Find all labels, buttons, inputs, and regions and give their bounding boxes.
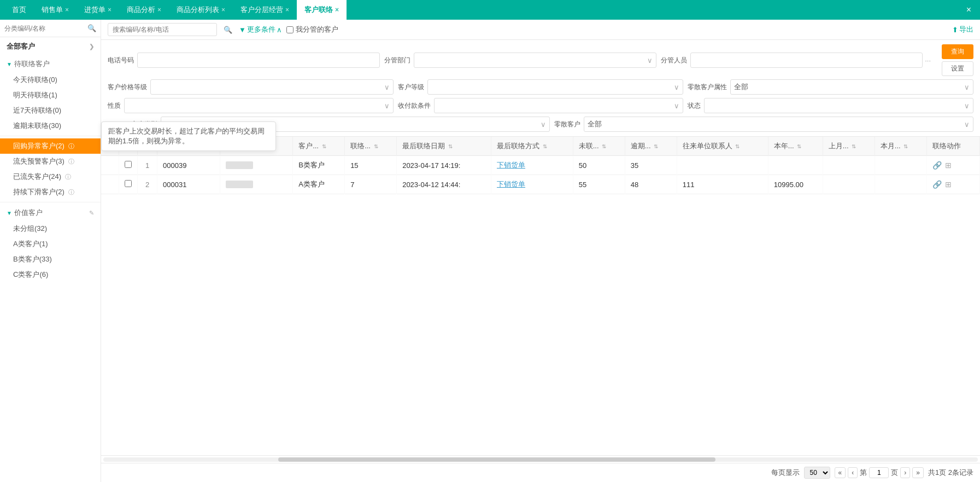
sidebar-item-7days[interactable]: 近7天待联络(0) <box>0 103 101 118</box>
nav-sales-close[interactable]: × <box>65 6 69 14</box>
row2-link-icon[interactable]: 🔗 <box>932 180 942 189</box>
price-level-arrow: ∨ <box>384 83 390 91</box>
nav-purchase-close[interactable]: × <box>108 6 112 14</box>
all-customers-header[interactable]: 全部客户 ❯ <box>0 37 101 56</box>
sidebar-item-ungroup[interactable]: 未分组(32) <box>0 221 101 236</box>
collapse-icon: ❯ <box>89 43 94 50</box>
col-contact-count[interactable]: 联络... ⇅ <box>345 137 397 156</box>
sidebar-item-churn-warning[interactable]: 流失预警客户(3) ⓘ <box>0 154 101 169</box>
sidebar-search-input[interactable] <box>4 25 87 32</box>
scrollbar-thumb[interactable] <box>278 457 715 462</box>
manager-input[interactable] <box>690 53 923 68</box>
sidebar-item-today[interactable]: 今天待联络(0) <box>0 72 101 88</box>
row1-checkbox[interactable] <box>119 156 138 175</box>
col-overdue[interactable]: 逾期... ⇅ <box>625 137 677 156</box>
payment-select[interactable]: ∨ <box>434 98 684 113</box>
scrollbar-track[interactable] <box>103 457 978 462</box>
nav-sales[interactable]: 销售单 × <box>34 0 77 20</box>
nav-home[interactable]: 首页 <box>4 0 34 20</box>
pagination-bar: 每页显示 50 « ‹ 第 页 › » 共1页 2条记录 <box>101 463 980 482</box>
filter-price-level: 客户价格等级 ∨ <box>108 79 394 95</box>
sidebar-group-value[interactable]: ▼ 价值客户 ✎ <box>0 205 101 221</box>
sidebar-group-pending[interactable]: ▼ 待联络客户 <box>0 56 101 72</box>
filter-icon: ▼ <box>239 26 246 34</box>
page-size-select[interactable]: 50 <box>804 467 830 479</box>
search-input[interactable] <box>108 23 217 36</box>
col-this-year[interactable]: 本年... ⇅ <box>768 137 823 156</box>
retail-select[interactable]: 全部 ∨ <box>584 117 973 132</box>
last-page-button[interactable]: » <box>912 467 924 478</box>
retail-attr-select[interactable]: 全部 ∨ <box>730 79 973 95</box>
sidebar-item-repurchase-abnormal[interactable]: 回购异常客户(2) ⓘ <box>0 138 101 154</box>
first-page-button[interactable]: « <box>835 467 846 478</box>
sidebar-item-class-b[interactable]: B类客户(33) <box>0 252 101 267</box>
sidebar-item-tomorrow[interactable]: 明天待联络(1) <box>0 88 101 103</box>
my-customer-checkbox[interactable] <box>286 26 294 33</box>
row1-last-method[interactable]: 下销货单 <box>491 156 573 175</box>
nav-customer-tiering-close[interactable]: × <box>285 6 289 14</box>
sidebar-search-area: 🔍 <box>0 20 101 37</box>
col-type[interactable]: 客户... ⇅ <box>293 137 345 156</box>
col-related-contact[interactable]: 往来单位联系人 ⇅ <box>677 137 768 156</box>
horizontal-scrollbar[interactable] <box>101 455 980 463</box>
gender-select[interactable]: ∨ <box>124 98 394 113</box>
settings-button[interactable]: 设置 <box>942 61 973 76</box>
nav-customer-tiering[interactable]: 客户分层经营 × <box>233 0 297 20</box>
sort-icon-last-date: ⇅ <box>448 143 453 149</box>
row2-num: 2 <box>138 175 157 194</box>
price-level-select[interactable]: ∨ <box>150 79 394 95</box>
window-close-button[interactable]: × <box>962 3 976 17</box>
nav-customer-contact-close[interactable]: × <box>335 6 339 14</box>
total-records-label: 共1页 2条记录 <box>928 468 973 478</box>
nav-product-analysis-list[interactable]: 商品分析列表 × <box>169 0 233 20</box>
prev-page-button[interactable]: ‹ <box>848 467 858 478</box>
filter-retail: 零散客户 全部 ∨ <box>554 117 973 132</box>
sidebar-item-class-c[interactable]: C类客户(6) <box>0 267 101 282</box>
sidebar-item-churned[interactable]: 已流失客户(24) ⓘ <box>0 169 101 184</box>
status-select[interactable]: ∨ <box>704 98 973 113</box>
row1-select-checkbox[interactable] <box>125 161 132 168</box>
row1-uncontacted: 50 <box>573 156 625 175</box>
nav-purchase[interactable]: 进货单 × <box>77 0 119 20</box>
row2-qr-icon[interactable]: ⊞ <box>945 180 952 189</box>
row1-related-contact <box>677 156 768 175</box>
search-icon[interactable]: 🔍 <box>221 26 234 34</box>
customer-level-select[interactable]: ∨ <box>427 79 684 95</box>
row2-checkbox[interactable] <box>119 175 138 194</box>
query-button[interactable]: 查询 <box>942 44 973 59</box>
phone-input[interactable] <box>137 53 380 68</box>
edit-icon[interactable]: ✎ <box>89 210 94 217</box>
nav-customer-contact[interactable]: 客户联络 × <box>297 0 347 20</box>
row1-code: 000039 <box>157 156 220 175</box>
row2-last-method[interactable]: 下销货单 <box>491 175 573 194</box>
sort-icon-type: ⇅ <box>322 143 326 149</box>
more-conditions-btn[interactable]: ▼ 更多条件 ∧ <box>239 25 282 34</box>
col-last-month[interactable]: 上月... ⇅ <box>823 137 875 156</box>
row1-overdue: 35 <box>625 156 677 175</box>
nav-product-analysis-close[interactable]: × <box>157 6 161 14</box>
row2-select-checkbox[interactable] <box>125 180 132 187</box>
sidebar-item-class-a[interactable]: A类客户(1) <box>0 236 101 252</box>
sidebar-item-overdue[interactable]: 逾期未联络(30) <box>0 118 101 133</box>
dept-select[interactable]: ∨ <box>414 53 656 68</box>
nav-product-analysis-list-close[interactable]: × <box>221 6 225 14</box>
export-button[interactable]: ⬆ 导出 <box>952 25 973 34</box>
my-customer-checkbox-area[interactable]: 我分管的客户 <box>286 25 338 34</box>
col-uncontacted[interactable]: 未联... ⇅ <box>573 137 625 156</box>
next-page-button[interactable]: › <box>900 467 910 478</box>
sidebar-item-declining[interactable]: 持续下滑客户(2) ⓘ <box>0 184 101 200</box>
row1-contact-count: 15 <box>345 156 397 175</box>
page-number-input[interactable] <box>869 467 889 478</box>
nav-product-analysis[interactable]: 商品分析 × <box>119 0 169 20</box>
page-label: 页 <box>891 468 898 478</box>
row1-qr-icon[interactable]: ⊞ <box>945 161 952 170</box>
manager-dots[interactable]: ··· <box>923 56 933 65</box>
sidebar: 🔍 全部客户 ❯ ▼ 待联络客户 今天待联络(0) 明天待联络(1) 近7天待联… <box>0 20 101 482</box>
sidebar-divider-1 <box>0 136 101 136</box>
sidebar-search-icon[interactable]: 🔍 <box>87 24 96 32</box>
row1-num: 1 <box>138 156 157 175</box>
col-last-method[interactable]: 最后联络方式 ⇅ <box>491 137 573 156</box>
col-this-month[interactable]: 本月... ⇅ <box>875 137 926 156</box>
col-last-date[interactable]: 最后联络日期 ⇅ <box>397 137 491 156</box>
row1-link-icon[interactable]: 🔗 <box>932 161 942 170</box>
